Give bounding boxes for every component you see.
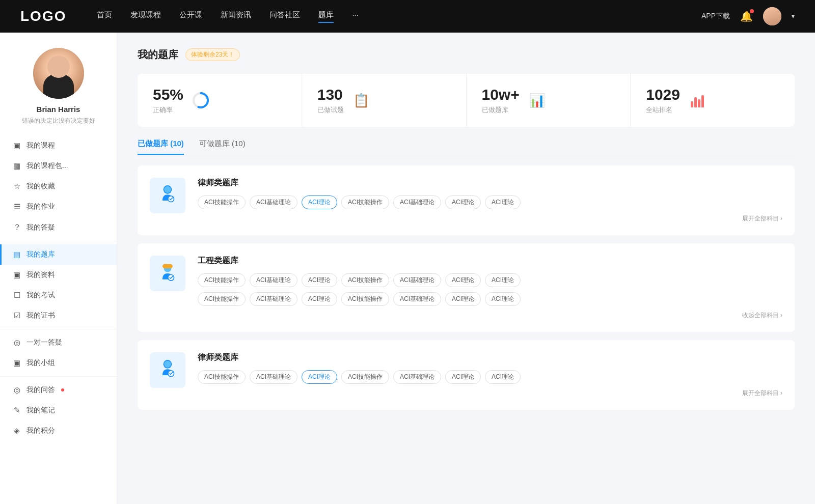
tag-2-5[interactable]: ACI理论: [445, 370, 481, 384]
tag-2-0[interactable]: ACI技能操作: [198, 370, 246, 384]
main-content: 我的题库 体验剩余23天！ 55% 正确率 130 已做试题 📋 10w+ 已做…: [117, 33, 815, 504]
stat-text-1: 130 已做试题: [317, 86, 344, 115]
stat-label-2: 已做题库: [482, 105, 520, 115]
menu-item-1[interactable]: ▦ 我的课程包...: [0, 156, 117, 176]
menu-item-8[interactable]: ☑ 我的证书: [0, 305, 117, 326]
tag-0-4[interactable]: ACI基础理论: [393, 195, 441, 209]
menu-icon-11: ◎: [12, 385, 21, 395]
engineer-svg: [155, 261, 180, 286]
tag-0-0[interactable]: ACI技能操作: [198, 195, 246, 209]
donut-icon: [192, 91, 210, 109]
tag2-1-0[interactable]: ACI技能操作: [198, 292, 246, 306]
stat-item-1: 130 已做试题 📋: [302, 74, 467, 127]
tag-1-5[interactable]: ACI理论: [445, 273, 481, 287]
tag-1-1[interactable]: ACI基础理论: [250, 273, 297, 287]
tag-2-2[interactable]: ACI理论: [302, 370, 337, 384]
tag-1-3[interactable]: ACI技能操作: [341, 273, 389, 287]
tag-1-6[interactable]: ACI理论: [485, 273, 521, 287]
tag-0-3[interactable]: ACI技能操作: [341, 195, 389, 209]
menu-label-8: 我的证书: [26, 311, 55, 320]
stat-value-1: 130: [317, 86, 344, 103]
svg-rect-7: [162, 264, 173, 268]
menu-label-6: 我的资料: [26, 270, 55, 279]
notification-bell[interactable]: 🔔: [740, 10, 753, 22]
nav-link-新闻资讯[interactable]: 新闻资讯: [221, 10, 251, 23]
tag2-1-3[interactable]: ACI技能操作: [341, 292, 389, 306]
nav-link-题库[interactable]: 题库: [318, 10, 334, 23]
menu-item-4[interactable]: ？ 我的答疑: [0, 217, 117, 238]
nav-link-发现课程[interactable]: 发现课程: [130, 10, 161, 23]
menu-icon-13: ◈: [12, 426, 21, 435]
tag2-1-5[interactable]: ACI理论: [445, 292, 481, 306]
tag-2-3[interactable]: ACI技能操作: [341, 370, 389, 384]
tag-1-2[interactable]: ACI理论: [302, 273, 337, 287]
qbanks-container: 律师类题库 ACI技能操作ACI基础理论ACI理论ACI技能操作ACI基础理论A…: [138, 165, 795, 410]
tag-0-1[interactable]: ACI基础理论: [250, 195, 297, 209]
nav-link-公开课[interactable]: 公开课: [179, 10, 202, 23]
qbank-card-1: 工程类题库 ACI技能操作ACI基础理论ACI理论ACI技能操作ACI基础理论A…: [138, 243, 795, 332]
stat-value-3: 1029: [646, 86, 680, 103]
stat-label-1: 已做试题: [317, 105, 344, 115]
tag-0-6[interactable]: ACI理论: [485, 195, 521, 209]
tag2-1-4[interactable]: ACI基础理论: [393, 292, 441, 306]
menu-item-12[interactable]: ✎ 我的笔记: [0, 400, 117, 421]
user-menu-chevron[interactable]: ▾: [792, 13, 795, 20]
menu-item-11[interactable]: ◎ 我的问答: [0, 380, 117, 400]
tag-2-1[interactable]: ACI基础理论: [250, 370, 297, 384]
qbank-icon-1: [150, 256, 185, 291]
menu-item-9[interactable]: ◎ 一对一答疑: [0, 332, 117, 353]
expand-link-1[interactable]: 收起全部科目 ›: [198, 311, 782, 320]
stat-icon-0: [192, 91, 210, 109]
tag-1-4[interactable]: ACI基础理论: [393, 273, 441, 287]
qbank-icon-0: [150, 178, 185, 213]
qbank-body-2: 律师类题库 ACI技能操作ACI基础理论ACI理论ACI技能操作ACI基础理论A…: [198, 352, 782, 398]
tag-0-2[interactable]: ACI理论: [302, 195, 337, 209]
menu-item-2[interactable]: ☆ 我的收藏: [0, 176, 117, 197]
app-download-button[interactable]: APP下载: [701, 12, 730, 21]
menu-item-0[interactable]: ▣ 我的课程: [0, 135, 117, 156]
menu-label-3: 我的作业: [26, 202, 55, 211]
nav-link-首页[interactable]: 首页: [97, 10, 112, 23]
user-name: Brian Harris: [10, 105, 106, 114]
stat-value-2: 10w+: [482, 86, 520, 103]
trial-badge: 体验剩余23天！: [185, 48, 240, 61]
expand-link-0[interactable]: 展开全部科目 ›: [198, 214, 782, 223]
tag2-1-2[interactable]: ACI理论: [302, 292, 337, 306]
menu-item-3[interactable]: ☰ 我的作业: [0, 197, 117, 217]
stat-item-3: 1029 全站排名: [631, 74, 795, 127]
stats-row: 55% 正确率 130 已做试题 📋 10w+ 已做题库 📊 1029 全站排名: [138, 74, 795, 127]
avatar[interactable]: [763, 7, 781, 25]
tab-item-1[interactable]: 可做题库 (10): [199, 139, 246, 155]
stat-text-2: 10w+ 已做题库: [482, 86, 520, 115]
menu-item-10[interactable]: ▣ 我的小组: [0, 353, 117, 373]
stat-icon-1: 📋: [352, 91, 370, 109]
nav-link-问答社区[interactable]: 问答社区: [269, 10, 300, 23]
tag-0-5[interactable]: ACI理论: [445, 195, 481, 209]
menu-item-7[interactable]: ☐ 我的考试: [0, 285, 117, 305]
tags-row-2: ACI技能操作ACI基础理论ACI理论ACI技能操作ACI基础理论ACI理论AC…: [198, 370, 782, 384]
tag-1-0[interactable]: ACI技能操作: [198, 273, 246, 287]
menu-label-4: 我的答疑: [26, 223, 55, 232]
stat-icon-3: [688, 91, 707, 109]
notification-dot: [750, 9, 754, 13]
tag2-1-1[interactable]: ACI基础理论: [250, 292, 297, 306]
main-layout: Brian Harris 错误的决定比没有决定要好 ▣ 我的课程 ▦ 我的课程包…: [0, 33, 815, 504]
nav-links: 首页发现课程公开课新闻资讯问答社区题库···: [97, 10, 701, 23]
stat-item-0: 55% 正确率: [138, 74, 302, 127]
stat-text-3: 1029 全站排名: [646, 86, 680, 115]
menu-icon-6: ▣: [12, 270, 21, 279]
tab-item-0[interactable]: 已做题库 (10): [138, 139, 184, 155]
svg-point-3: [164, 186, 171, 193]
tag-2-6[interactable]: ACI理论: [485, 370, 521, 384]
tag-2-4[interactable]: ACI基础理论: [393, 370, 441, 384]
menu-item-13[interactable]: ◈ 我的积分: [0, 421, 117, 441]
menu-icon-0: ▣: [12, 141, 21, 150]
page-title: 我的题库: [138, 48, 178, 62]
nav-link-···[interactable]: ···: [352, 10, 359, 23]
menu-item-5[interactable]: ▤ 我的题库: [0, 244, 117, 265]
profile-avatar: [33, 48, 84, 99]
tag2-1-6[interactable]: ACI理论: [485, 292, 521, 306]
expand-link-2[interactable]: 展开全部科目 ›: [198, 389, 782, 398]
menu-icon-2: ☆: [12, 182, 21, 191]
menu-item-6[interactable]: ▣ 我的资料: [0, 265, 117, 285]
